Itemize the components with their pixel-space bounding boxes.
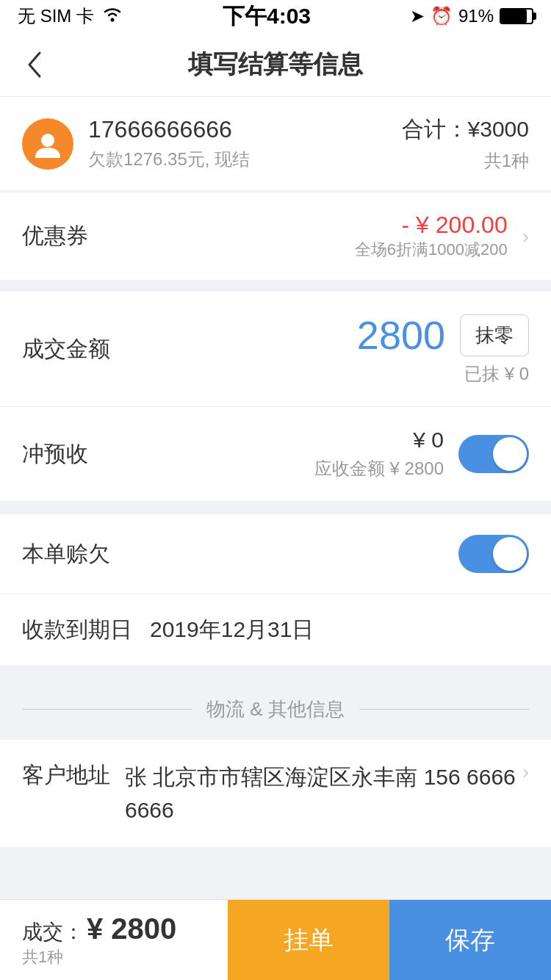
status-time: 下午4:03 <box>223 1 311 32</box>
status-right: ➤ ⏰ 91% <box>410 6 533 26</box>
sim-status: 无 SIM 卡 <box>18 4 94 28</box>
due-date-value: 2019年12月31日 <box>150 615 314 645</box>
order-total: 合计：¥3000 <box>402 115 529 145</box>
user-phone: 17666666666 <box>88 116 250 143</box>
prepay-amount: ¥ 0 <box>413 428 444 453</box>
due-date-label: 收款到期日 <box>22 615 132 645</box>
save-button[interactable]: 保存 <box>389 900 551 980</box>
alarm-icon: ⏰ <box>431 6 453 26</box>
battery-percent: 91% <box>458 6 494 26</box>
logistics-label: 物流 & 其他信息 <box>206 696 345 722</box>
coupon-chevron: › <box>522 225 529 248</box>
bottom-bar: 成交： ¥ 2800 共1种 挂单 保存 <box>0 899 551 980</box>
battery-icon <box>500 8 533 24</box>
toggle-knob <box>493 437 527 471</box>
status-left: 无 SIM 卡 <box>18 4 123 28</box>
bottom-count: 共1种 <box>22 946 206 968</box>
debt-row: 本单赊欠 <box>0 514 551 594</box>
prepay-row: 冲预收 ¥ 0 应收金额 ¥ 2800 <box>0 407 551 501</box>
deal-section: 成交金额 2800 抹零 已抹 ¥ 0 冲预收 ¥ 0 应收金额 ¥ 2800 <box>0 292 551 501</box>
coupon-amount: - ¥ 200.00 <box>355 212 508 239</box>
deal-label: 成交金额 <box>22 334 110 364</box>
address-value: 张 北京市市辖区海淀区永丰南 156 6666 6666 <box>125 760 516 826</box>
address-chevron: › <box>522 760 529 784</box>
hang-button[interactable]: 挂单 <box>228 900 389 980</box>
due-date-row: 收款到期日 2019年12月31日 <box>0 594 551 666</box>
coupon-desc: 全场6折满1000减200 <box>355 239 508 261</box>
bottom-summary: 成交： ¥ 2800 共1种 <box>0 900 228 980</box>
coupon-label: 优惠券 <box>22 221 88 251</box>
bottom-label: 成交： <box>22 918 84 946</box>
avatar <box>22 118 73 170</box>
back-button[interactable] <box>18 48 50 81</box>
location-icon: ➤ <box>410 6 425 26</box>
debt-toggle[interactable] <box>458 535 529 573</box>
logistics-header: 物流 & 其他信息 <box>0 679 551 740</box>
page-title: 填写结算等信息 <box>188 48 363 82</box>
debt-section: 本单赊欠 收款到期日 2019年12月31日 <box>0 514 551 666</box>
wifi-icon <box>101 6 123 26</box>
debt-toggle-knob <box>493 537 527 571</box>
deal-sub: 已抹 ¥ 0 <box>464 362 529 386</box>
status-bar: 无 SIM 卡 下午4:03 ➤ ⏰ 91% <box>0 0 551 32</box>
user-card: 17666666666 欠款1276.35元, 现结 合计：¥3000 共1种 <box>0 97 551 190</box>
order-count: 共1种 <box>402 149 529 173</box>
section-gap-1 <box>0 280 551 292</box>
coupon-row[interactable]: 优惠券 - ¥ 200.00 全场6折满1000减200 › <box>0 192 551 280</box>
address-row[interactable]: 客户地址 张 北京市市辖区海淀区永丰南 156 6666 6666 › <box>0 740 551 847</box>
prepay-sub: 应收金额 ¥ 2800 <box>314 457 444 480</box>
nav-bar: 填写结算等信息 <box>0 32 551 97</box>
svg-point-1 <box>41 134 54 147</box>
svg-point-0 <box>111 18 115 22</box>
section-gap-3 <box>0 667 551 679</box>
prepay-label: 冲预收 <box>22 439 88 469</box>
round-button[interactable]: 抹零 <box>460 314 529 356</box>
bottom-amount: ¥ 2800 <box>87 912 176 945</box>
deal-amount-row: 成交金额 2800 抹零 已抹 ¥ 0 <box>0 292 551 407</box>
user-debt: 欠款1276.35元, 现结 <box>88 148 250 171</box>
address-label: 客户地址 <box>22 760 110 790</box>
debt-label: 本单赊欠 <box>22 539 110 569</box>
section-gap-2 <box>0 502 551 514</box>
content-area: 17666666666 欠款1276.35元, 现结 合计：¥3000 共1种 … <box>0 97 551 980</box>
deal-amount-value: 2800 <box>357 312 445 358</box>
prepay-toggle[interactable] <box>458 435 529 473</box>
